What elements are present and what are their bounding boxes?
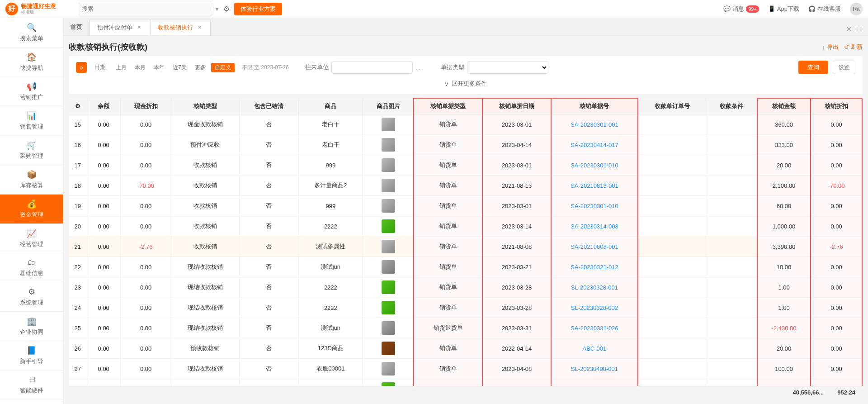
- cell-cancel-bill-no[interactable]: SL-20230328-001: [551, 277, 638, 298]
- sidebar-item-quicknav[interactable]: 🏠 快捷导航: [0, 48, 63, 77]
- cell-cancel-bill-no[interactable]: SA-20230301-010: [551, 155, 638, 176]
- cell-balance: 0.00: [87, 135, 120, 155]
- cell-cancel-bill-no[interactable]: SA-20230321-012: [551, 257, 638, 277]
- sidebar-item-finance[interactable]: 💰 资金管理: [0, 195, 63, 224]
- industry-plan-button[interactable]: 体验行业方案: [234, 3, 282, 15]
- sidebar-item-marketing[interactable]: 📢 营销推广: [0, 77, 63, 106]
- from-unit-input[interactable]: [331, 61, 413, 74]
- refresh-button[interactable]: ↺ 刷新: [844, 43, 863, 51]
- cancel-bill-no-link[interactable]: SL-20230328-002: [571, 304, 618, 311]
- date-more-btn[interactable]: 更多: [192, 63, 208, 72]
- date-custom-btn[interactable]: 自定义: [211, 63, 235, 72]
- search-input[interactable]: [78, 3, 213, 15]
- cancel-bill-no-link[interactable]: SL-20230408-001: [571, 366, 618, 372]
- sidebar-item-inventory[interactable]: 📦 库存核算: [0, 165, 63, 195]
- message-badge: 99+: [746, 5, 759, 13]
- cell-cancel-bill-no[interactable]: SA-20230301-010: [551, 196, 638, 216]
- date-this-month-btn[interactable]: 本月: [132, 63, 148, 72]
- cell-id: 26: [69, 338, 87, 359]
- cell-cancel-discount: 0.00: [811, 277, 862, 298]
- cell-cancel-bill-no[interactable]: SL-20230418-001: [551, 379, 638, 386]
- cell-cancel-bill-no[interactable]: SL-20230408-001: [551, 359, 638, 379]
- cancel-bill-no-link[interactable]: SA-20230331-026: [571, 325, 618, 332]
- sidebar-item-purchase[interactable]: 🛒 采购管理: [0, 136, 63, 165]
- export-button[interactable]: ↑ 导出: [822, 43, 839, 51]
- cancel-bill-no-link[interactable]: SA-20230321-012: [571, 264, 618, 271]
- expand-more-row[interactable]: ∨ 展开更多条件: [76, 78, 855, 90]
- cell-balance: 0.00: [87, 216, 120, 237]
- cell-receipt-order-no: [638, 257, 706, 277]
- cell-cash-discount: 0.00: [120, 359, 171, 379]
- cell-product: 老白干: [298, 135, 363, 155]
- tab-home[interactable]: 首页: [63, 19, 90, 35]
- sidebar-label-sales: 销售管理: [20, 123, 43, 131]
- cancel-bill-no-link[interactable]: SA-20230414-017: [571, 142, 618, 148]
- cell-cancel-type: 现结收款核销: [171, 379, 239, 386]
- search-dropdown-icon[interactable]: ▼: [214, 6, 220, 12]
- table-row: 22 0.00 0.00 现结收款核销 否 测试jun 销货单 2023-03-…: [69, 257, 862, 277]
- sidebar-item-hardware[interactable]: 🖥 智能硬件: [0, 371, 63, 399]
- cancel-bill-no-link[interactable]: SA-20230301-010: [571, 203, 618, 209]
- cell-product-image: [363, 216, 414, 237]
- tab-maximize-action[interactable]: ⛶: [855, 25, 863, 33]
- sidebar-label-marketing: 营销推广: [20, 93, 43, 101]
- settings-icon[interactable]: ⚙: [223, 5, 230, 13]
- tab-collection[interactable]: 收款核销执行 ✕: [150, 19, 211, 35]
- tab-prepay-close[interactable]: ✕: [135, 24, 142, 31]
- app-download-item[interactable]: 📱 App下载: [768, 5, 799, 13]
- cell-cancel-amount: 1,000.00: [757, 216, 811, 237]
- cancel-bill-no-link[interactable]: SA-20210808-001: [571, 243, 618, 250]
- cell-cancel-bill-no[interactable]: SA-20230314-008: [551, 216, 638, 237]
- receipt-type-label: 单据类型: [441, 63, 464, 71]
- sidebar-item-corp[interactable]: 🏢 企业协同: [0, 312, 63, 341]
- tab-prepay[interactable]: 预付冲应付单 ✕: [90, 19, 150, 35]
- table-wrapper[interactable]: ⚙ 余额 现金折扣 核销类型 包含已结清 商品 商品图片 核销单据类型 核销单据…: [69, 98, 863, 386]
- sidebar-item-wechat[interactable]: 💬 企业微信: [0, 399, 63, 404]
- sidebar-item-sales[interactable]: 📊 销售管理: [0, 106, 63, 136]
- cell-product: 测试多属性: [298, 237, 363, 257]
- app-subtitle: 标准版: [21, 10, 56, 15]
- receipt-type-select[interactable]: [467, 61, 548, 74]
- cancel-bill-no-link[interactable]: SA-20210813-001: [571, 182, 618, 189]
- date-this-year-btn[interactable]: 本年: [151, 63, 167, 72]
- cell-receipt-order-no: [638, 114, 706, 135]
- user-avatar[interactable]: Rit: [850, 3, 863, 15]
- cell-cancel-bill-no[interactable]: SA-20210808-001: [551, 237, 638, 257]
- filter-expand-button[interactable]: »: [76, 62, 87, 73]
- cell-cancel-discount: 0.00: [811, 379, 862, 386]
- tab-collection-close[interactable]: ✕: [196, 24, 203, 31]
- cell-cancel-bill-date: 2023-03-14: [482, 216, 551, 237]
- sidebar-item-ops[interactable]: 📈 经营管理: [0, 224, 63, 253]
- date-7days-btn[interactable]: 近7天: [170, 63, 189, 72]
- sidebar-item-newbie[interactable]: 📘 新手引导: [0, 341, 63, 371]
- date-last-month-btn[interactable]: 上月: [113, 63, 129, 72]
- cell-cancel-bill-no[interactable]: SA-20230301-001: [551, 114, 638, 135]
- sidebar-item-base[interactable]: 🗂 基础信息: [0, 253, 63, 282]
- cell-cancel-type: 现金收款核销: [171, 114, 239, 135]
- sidebar-item-search[interactable]: 🔍 搜索菜单: [0, 18, 63, 48]
- cancel-bill-no-link[interactable]: SA-20230314-008: [571, 223, 618, 230]
- cancel-bill-no-link[interactable]: ABC-001: [583, 345, 607, 352]
- col-settings[interactable]: ⚙: [69, 98, 87, 114]
- cancel-bill-no-link[interactable]: SL-20230328-001: [571, 284, 618, 291]
- cell-cancel-bill-date: 2021-08-13: [482, 176, 551, 196]
- cancel-bill-no-link[interactable]: SA-20230301-001: [571, 121, 618, 128]
- cell-cancel-bill-no[interactable]: SA-20230414-017: [551, 135, 638, 155]
- cell-cancel-bill-date: 2023-03-01: [482, 196, 551, 216]
- sidebar-label-search: 搜索菜单: [20, 34, 43, 43]
- sidebar-item-system[interactable]: ⚙ 系统管理: [0, 282, 63, 312]
- cell-product: 2222: [298, 379, 363, 386]
- cell-cancel-amount: 20.00: [757, 155, 811, 176]
- filter-settings-button[interactable]: 设置: [833, 61, 855, 74]
- online-service-item[interactable]: 🎧 在线客服: [808, 5, 841, 13]
- cell-cancel-bill-date: 2023-04-14: [482, 135, 551, 155]
- query-button[interactable]: 查询: [798, 61, 828, 74]
- message-item[interactable]: 💬 消息 99+: [723, 5, 759, 13]
- cell-cancel-bill-no[interactable]: ABC-001: [551, 338, 638, 359]
- tab-close-action[interactable]: ✕: [846, 25, 852, 33]
- cell-cancel-bill-no[interactable]: SA-20210813-001: [551, 176, 638, 196]
- cancel-bill-no-link[interactable]: SA-20230301-010: [571, 162, 618, 169]
- cell-cancel-bill-no[interactable]: SA-20230331-026: [551, 318, 638, 338]
- cell-include-cleared: 否: [239, 216, 298, 237]
- cell-cancel-bill-no[interactable]: SL-20230328-002: [551, 298, 638, 318]
